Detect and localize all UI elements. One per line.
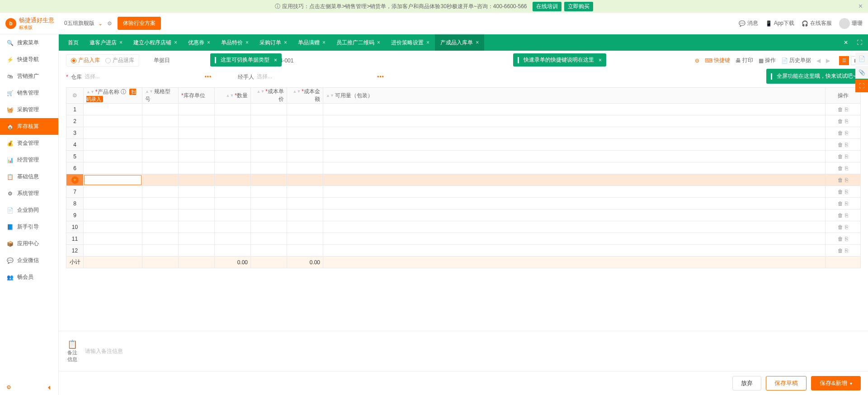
expand-toggle-icon[interactable]: ⊖ (695, 57, 699, 64)
operation-button[interactable]: ▦ 操作 (759, 57, 776, 64)
table-row[interactable]: 2🗑⎘ (66, 115, 861, 127)
sidebar-item[interactable]: 🏠库存核算 (0, 118, 58, 135)
col-amount[interactable]: ▲▼*成本金额 (287, 88, 323, 104)
sidebar-item[interactable]: 📊经营管理 (0, 152, 58, 168)
tab[interactable]: 优惠券× (183, 34, 216, 51)
tip2-close-icon[interactable]: × (599, 57, 602, 63)
table-row[interactable]: 11🗑⎘ (66, 233, 861, 245)
add-row-icon[interactable]: + (71, 176, 79, 184)
rail-attach-button[interactable]: 📎 (855, 66, 868, 79)
product-name-input[interactable] (84, 175, 142, 185)
row-copy-icon[interactable]: ⎘ (845, 236, 848, 242)
rail-doc-button[interactable]: 📄 (855, 52, 868, 65)
col-qty[interactable]: ▲▼*数量 (215, 88, 251, 104)
tabs-close-all-button[interactable]: ✕ (841, 38, 851, 48)
table-row[interactable]: 9🗑⎘ (66, 209, 861, 221)
table-row[interactable]: 12🗑⎘ (66, 245, 861, 257)
messages-button[interactable]: 💬消息 (739, 19, 758, 27)
col-price[interactable]: ▲▼*成本单价 (251, 88, 287, 104)
row-delete-icon[interactable]: 🗑 (838, 130, 843, 136)
handler-field[interactable]: 经手人 选择... ••• (238, 73, 384, 81)
warehouse-field[interactable]: *仓库 选择... ••• (66, 73, 212, 81)
col-product-name[interactable]: ▲▼*产品名称 ⓘ 扫码录入 (84, 88, 142, 104)
banner-buy-button[interactable]: 立即购买 (564, 2, 593, 11)
table-row[interactable]: 8🗑⎘ (66, 198, 861, 209)
user-menu[interactable]: 珊珊 (839, 18, 863, 29)
table-row[interactable]: 1🗑⎘ (66, 104, 861, 115)
tab-close-icon[interactable]: × (426, 39, 429, 46)
tab-close-icon[interactable]: × (377, 39, 380, 46)
row-copy-icon[interactable]: ⎘ (845, 142, 848, 148)
sidebar-item[interactable]: 🔍搜索菜单 (0, 34, 58, 51)
row-delete-icon[interactable]: 🗑 (838, 142, 843, 148)
row-delete-icon[interactable]: 🗑 (838, 236, 843, 242)
col-unit[interactable]: *库存单位 (179, 88, 215, 104)
tab-close-icon[interactable]: × (245, 39, 249, 46)
app-download-button[interactable]: 📱App下载 (765, 19, 794, 27)
print-button[interactable]: 🖶 打印 (736, 57, 753, 64)
tab[interactable]: 进价策略设置× (386, 34, 435, 51)
history-button[interactable]: 📄 历史单据 (781, 57, 811, 64)
tab[interactable]: 单品特价× (216, 34, 254, 51)
table-row[interactable]: 10🗑⎘ (66, 221, 861, 233)
row-copy-icon[interactable]: ⎘ (845, 177, 848, 183)
table-row[interactable]: 7🗑⎘ (66, 186, 861, 198)
row-copy-icon[interactable]: ⎘ (845, 212, 848, 219)
sidebar-item[interactable]: 🧺采购管理 (0, 101, 58, 118)
table-row[interactable]: 6🗑⎘ (66, 162, 861, 174)
row-copy-icon[interactable]: ⎘ (845, 153, 848, 160)
rail-expand-button[interactable]: ⛶ (855, 80, 868, 92)
row-delete-icon[interactable]: 🗑 (838, 177, 843, 183)
row-delete-icon[interactable]: 🗑 (838, 106, 843, 113)
sidebar-item[interactable]: ⚙系统管理 (0, 185, 58, 202)
row-copy-icon[interactable]: ⎘ (845, 200, 848, 207)
tab-close-icon[interactable]: × (207, 39, 210, 46)
tab[interactable]: 员工推广二维码× (331, 34, 386, 51)
row-copy-icon[interactable]: ⎘ (845, 165, 848, 171)
org-settings-button[interactable]: ⚙ (107, 20, 112, 27)
sidebar-item[interactable]: 🛒销售管理 (0, 85, 58, 101)
row-copy-icon[interactable]: ⎘ (845, 118, 848, 124)
row-delete-icon[interactable]: 🗑 (838, 165, 843, 171)
prev-doc-button[interactable]: ◀ (816, 57, 821, 64)
sidebar-item[interactable]: 📄企业协同 (0, 202, 58, 219)
sidebar-item[interactable]: 🛍营销推广 (0, 68, 58, 85)
table-row[interactable]: 3🗑⎘ (66, 127, 861, 139)
tip1-close-icon[interactable]: × (274, 57, 277, 63)
customer-service-button[interactable]: 🎧在线客服 (802, 19, 832, 27)
col-settings-button[interactable]: ⚙ (66, 88, 84, 104)
row-copy-icon[interactable]: ⎘ (845, 189, 848, 195)
tab[interactable]: 采购订单× (254, 34, 292, 51)
tab[interactable]: 邀客户进店× (84, 34, 128, 51)
radio-product-in[interactable]: 产品入库 (71, 57, 100, 64)
tab[interactable]: 产成品入库单× (435, 34, 484, 51)
row-delete-icon[interactable]: 🗑 (838, 224, 843, 230)
sidebar-settings-button[interactable]: ⚙ (6, 384, 11, 390)
tab[interactable]: 首页 (62, 34, 84, 51)
row-copy-icon[interactable]: ⎘ (845, 106, 848, 113)
table-row[interactable]: 4🗑⎘ (66, 139, 861, 151)
tab-close-icon[interactable]: × (119, 39, 123, 46)
row-delete-icon[interactable]: 🗑 (838, 247, 843, 254)
org-selector[interactable]: 0五组旗舰版 ⌄ (64, 19, 103, 27)
save-draft-button[interactable]: 保存草稿 (766, 376, 807, 390)
col-available[interactable]: ▲▼可用量（包装） (323, 88, 826, 104)
tab[interactable]: 建立小程序店铺× (128, 34, 183, 51)
tab-close-icon[interactable]: × (284, 39, 287, 46)
warehouse-picker-icon[interactable]: ••• (205, 74, 212, 80)
row-delete-icon[interactable]: 🗑 (838, 200, 843, 207)
sidebar-item[interactable]: 💰资金管理 (0, 135, 58, 152)
industry-solution-button[interactable]: 体验行业方案 (118, 17, 161, 30)
row-copy-icon[interactable]: ⎘ (845, 224, 848, 230)
handler-picker-icon[interactable]: ••• (377, 74, 384, 80)
sidebar-item[interactable]: 👥畅会员 (0, 269, 58, 286)
tab-close-icon[interactable]: × (476, 39, 479, 46)
remarks-input[interactable] (85, 348, 861, 354)
radio-product-return[interactable]: 产品退库 (105, 57, 134, 64)
save-and-new-button[interactable]: 保存&新增▾ (811, 376, 861, 390)
banner-training-button[interactable]: 在线培训 (533, 2, 561, 11)
hotkey-button[interactable]: ⌨ 快捷键 (705, 57, 730, 64)
sidebar-item[interactable]: 📦应用中心 (0, 235, 58, 252)
sidebar-item[interactable]: ⚡快捷导航 (0, 51, 58, 68)
tab[interactable]: 单品满赠× (292, 34, 331, 51)
